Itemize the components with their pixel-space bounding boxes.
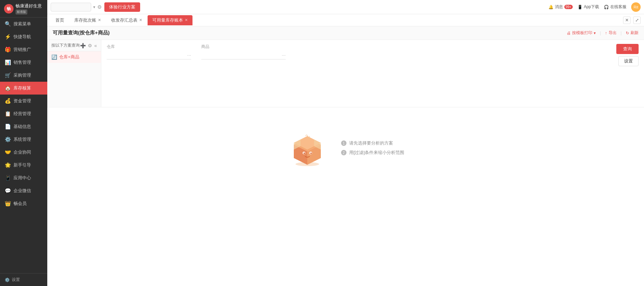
- headset-icon: 🎧: [604, 5, 609, 9]
- query-scheme-sidebar: 按以下方案查询 ➕ ⚙ « 🔄 仓库+商品: [47, 40, 101, 107]
- sidebar-item-label-sales: 销售管理: [14, 59, 31, 66]
- sidebar-item-app[interactable]: 📱 应用中心: [0, 172, 47, 184]
- sidebar-item-finance[interactable]: 💰 资金管理: [0, 95, 47, 107]
- message-label: 消息: [555, 4, 563, 10]
- sidebar-footer-settings[interactable]: ⚙️ 设置: [0, 273, 47, 286]
- goods-label: 商品: [201, 44, 286, 50]
- topbar-search-area: ▾ ⚙: [51, 3, 102, 11]
- sidebar-item-shortcut[interactable]: ⚡ 快捷导航: [0, 30, 47, 43]
- action-separator: |: [600, 30, 601, 35]
- scheme-item-warehouse-goods[interactable]: 🔄 仓库+商品: [47, 51, 101, 63]
- app-download-button[interactable]: 📱 App下载: [577, 4, 599, 10]
- tab-available-close[interactable]: ✕: [185, 18, 188, 22]
- tabs-bar: 首页 库存批次账 ✕ 收发存汇总表 ✕ 可用量库存账本 ✕ ✕ ⤢: [47, 14, 644, 26]
- action-separator2: |: [621, 30, 622, 35]
- mobile-icon: 📱: [577, 5, 583, 9]
- collapse-sidebar-icon[interactable]: «: [94, 43, 97, 48]
- sidebar-nav: 🔍 搜索菜单 ⚡ 快捷导航 🎁 营销推广 📊 销售管理 🛒 采购管理 🏠 库存核…: [0, 18, 47, 273]
- message-badge: 99+: [564, 5, 573, 9]
- basic-icon: 📄: [5, 124, 11, 130]
- app-logo-icon: 畅: [4, 4, 14, 14]
- hint-num-1: 1: [341, 140, 346, 146]
- settings-icon[interactable]: ⚙: [97, 4, 102, 10]
- warehouse-label: 仓库: [107, 44, 191, 50]
- shortcut-icon: ⚡: [5, 34, 11, 40]
- query-settings-button[interactable]: 设置: [618, 56, 639, 66]
- sidebar-item-basic[interactable]: 📄 基础信息: [0, 120, 47, 133]
- warehouse-input[interactable]: [107, 53, 187, 58]
- query-button[interactable]: 查询: [616, 44, 639, 54]
- tab-available[interactable]: 可用量库存账本 ✕: [148, 15, 192, 25]
- tab-batch[interactable]: 库存批次账 ✕: [70, 15, 106, 25]
- sidebar-item-purchase[interactable]: 🛒 采购管理: [0, 69, 47, 82]
- sidebar-item-label-marketing: 营销推广: [14, 47, 31, 53]
- goods-input[interactable]: [201, 53, 282, 58]
- sidebar-item-marketing[interactable]: 🎁 营销推广: [0, 43, 47, 56]
- tab-close-button[interactable]: ✕: [623, 17, 630, 24]
- sidebar-item-newbie[interactable]: 🌟 新手引导: [0, 159, 47, 172]
- refresh-button[interactable]: ↻ 刷新: [626, 30, 639, 36]
- marketing-icon: 🎁: [5, 47, 11, 53]
- hint-text-1: 请先选择要分析的方案: [349, 140, 393, 146]
- tab-expand-button[interactable]: ⤢: [633, 17, 641, 24]
- sidebar-item-enterprise[interactable]: 🤝 企业协同: [0, 146, 47, 159]
- sidebar-item-system[interactable]: ⚙️ 系统管理: [0, 133, 47, 146]
- query-sidebar-header: 按以下方案查询 ➕ ⚙ «: [47, 40, 101, 51]
- avatar-text: Rit: [634, 5, 638, 9]
- query-section: 按以下方案查询 ➕ ⚙ « 🔄 仓库+商品: [47, 40, 644, 107]
- print-button[interactable]: 🖨 按模板打印 ▾: [567, 30, 596, 36]
- sidebar-footer-label: 设置: [12, 277, 20, 283]
- newbie-icon: 🌟: [5, 162, 11, 168]
- svg-point-9: [304, 153, 305, 154]
- user-avatar[interactable]: Rit: [631, 2, 641, 12]
- topbar: ▾ ⚙ 体验行业方案 🔔 消息 99+ 📱 App下载 🎧 在线客服 Rit: [47, 0, 644, 14]
- sidebar-item-sales[interactable]: 📊 销售管理: [0, 56, 47, 69]
- refresh-label: 刷新: [630, 30, 639, 36]
- print-icon: 🖨: [567, 31, 571, 35]
- export-label: 导出: [609, 30, 617, 36]
- page-header-actions: 🖨 按模板打印 ▾ | ↑ 导出 | ↻ 刷新: [567, 30, 639, 36]
- tab-home[interactable]: 首页: [51, 15, 69, 25]
- purchase-icon: 🛒: [5, 72, 11, 78]
- tab-batch-close[interactable]: ✕: [98, 18, 101, 22]
- export-button[interactable]: ↑ 导出: [605, 30, 617, 36]
- sidebar-item-label-wechat: 企业微信: [14, 188, 31, 194]
- tab-home-label: 首页: [55, 17, 64, 23]
- query-fields: 仓库 ··· 商品 ···: [107, 44, 286, 59]
- empty-hint-2: 2 用[过滤]条件来缩小分析范围: [341, 150, 404, 156]
- goods-field: 商品 ···: [201, 44, 286, 59]
- tab-available-label: 可用量库存账本: [152, 17, 183, 23]
- print-dropdown-icon[interactable]: ▾: [594, 31, 596, 35]
- app-edition: 标准版: [16, 9, 27, 15]
- add-scheme-icon[interactable]: ➕: [80, 43, 86, 48]
- sidebar-item-label-finance: 资金管理: [14, 98, 31, 104]
- export-icon: ↑: [605, 31, 607, 35]
- sidebar-item-search[interactable]: 🔍 搜索菜单: [0, 18, 47, 30]
- sidebar-item-label-shortcut: 快捷导航: [14, 34, 31, 40]
- app-name: 畅康通好生意: [16, 3, 42, 9]
- app-icon: 📱: [5, 175, 11, 181]
- trial-industry-button[interactable]: 体验行业方案: [104, 2, 140, 12]
- page-header: 可用量查询(按仓库+商品) 🖨 按模板打印 ▾ | ↑ 导出 | ↻ 刷新: [47, 26, 644, 40]
- empty-hints: 1 请先选择要分析的方案 2 用[过滤]条件来缩小分析范围: [341, 140, 404, 156]
- warehouse-more-icon[interactable]: ···: [187, 52, 191, 58]
- goods-more-icon[interactable]: ···: [282, 52, 286, 58]
- hint-num-2: 2: [341, 150, 346, 155]
- tab-collect-close[interactable]: ✕: [139, 18, 142, 22]
- settings-icon: ⚙️: [5, 278, 10, 282]
- sidebar-item-label-app: 应用中心: [14, 175, 31, 181]
- tab-collect[interactable]: 收发存汇总表 ✕: [106, 15, 147, 25]
- chevron-down-icon[interactable]: ▾: [93, 5, 95, 9]
- edit-scheme-icon[interactable]: ⚙: [88, 43, 92, 48]
- message-button[interactable]: 🔔 消息 99+: [548, 4, 573, 10]
- sidebar-item-member[interactable]: 👑 畅会员: [0, 197, 47, 210]
- online-service-button[interactable]: 🎧 在线客服: [604, 4, 626, 10]
- empty-hint-1: 1 请先选择要分析的方案: [341, 140, 404, 146]
- sidebar-item-wechat[interactable]: 💬 企业微信: [0, 184, 47, 197]
- sidebar-item-inventory[interactable]: 🏠 库存核算: [0, 82, 47, 95]
- scheme-item-label: 仓库+商品: [59, 54, 79, 60]
- sidebar-item-operation[interactable]: 📋 经营管理: [0, 107, 47, 120]
- main-area: ▾ ⚙ 体验行业方案 🔔 消息 99+ 📱 App下载 🎧 在线客服 Rit: [47, 0, 644, 286]
- topbar-search-input[interactable]: [51, 3, 91, 11]
- sidebar: 畅 畅康通好生意 标准版 🔍 搜索菜单 ⚡ 快捷导航 🎁 营销推广 📊 销售管理…: [0, 0, 47, 286]
